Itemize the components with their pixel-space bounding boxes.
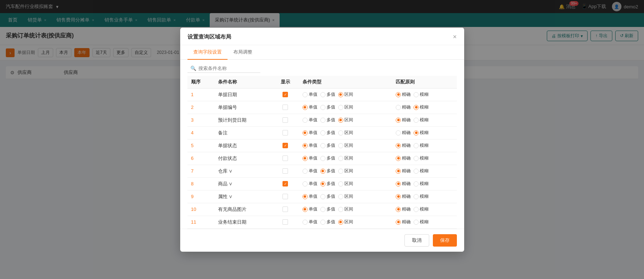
dialog-tabs: 查询字段设置 布局调整	[180, 45, 464, 60]
dialog-title: 设置查询区域布局	[187, 34, 231, 40]
search-input[interactable]	[198, 66, 257, 71]
col-name: 条件名称	[214, 76, 272, 85]
col-seq: 顺序	[187, 76, 214, 85]
dialog-header: 设置查询区域布局 ×	[180, 28, 464, 45]
dialog: 设置查询区域布局 × 查询字段设置 布局调整 🔍 顺序	[180, 28, 464, 85]
table-header-row: 顺序 条件名称 显示 条件类型 匹配原则	[187, 76, 457, 85]
search-box: 🔍	[187, 64, 260, 73]
dialog-table-wrap: 顺序 条件名称 显示 条件类型 匹配原则 1单据日期单值多值区间精确模糊2单据编…	[180, 76, 464, 85]
col-type: 条件类型	[299, 76, 392, 85]
col-match: 匹配原则	[392, 76, 457, 85]
dialog-search: 🔍	[180, 60, 464, 76]
conditions-table: 顺序 条件名称 显示 条件类型 匹配原则 1单据日期单值多值区间精确模糊2单据编…	[187, 76, 457, 85]
dialog-tab-query-fields[interactable]: 查询字段设置	[187, 45, 228, 60]
col-show: 显示	[272, 76, 299, 85]
modal-overlay: 设置查询区域布局 × 查询字段设置 布局调整 🔍 顺序	[0, 0, 644, 85]
dialog-tab-layout[interactable]: 布局调整	[228, 45, 258, 60]
dialog-close-button[interactable]: ×	[453, 34, 457, 40]
search-icon: 🔍	[190, 66, 196, 71]
